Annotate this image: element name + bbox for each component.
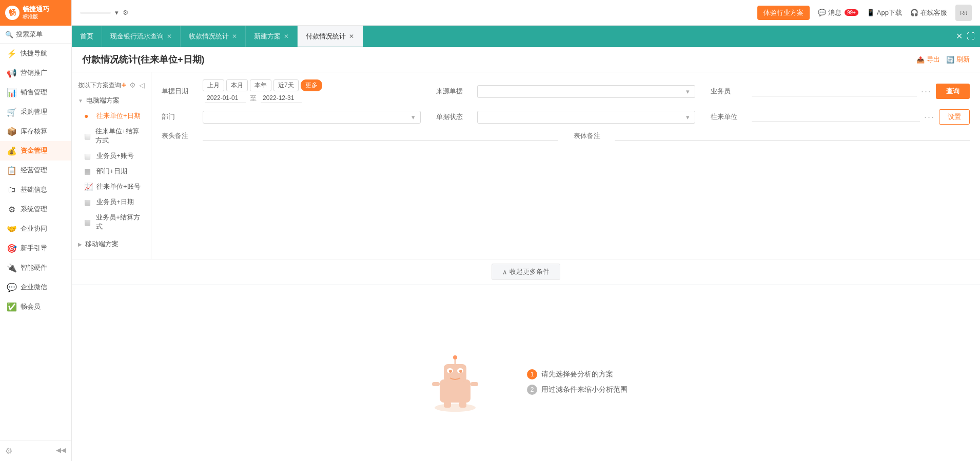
tab-home[interactable]: 首页: [72, 26, 102, 47]
query-btn[interactable]: 查询: [936, 84, 970, 99]
empty-hint-1: 1 请先选择要分析的方案: [527, 369, 613, 379]
salesperson-more-btn[interactable]: ···: [921, 86, 932, 97]
refresh-btn[interactable]: 🔄 刷新: [946, 55, 970, 64]
trial-btn[interactable]: 体验行业方案: [757, 6, 810, 20]
scheme-icon-3: ▦: [84, 167, 92, 175]
sidebar-item-purchase[interactable]: 🛒 采购管理: [0, 102, 71, 122]
sidebar-item-hardware[interactable]: 🔌 智能硬件: [0, 258, 71, 277]
tab-fullscreen-icon[interactable]: ⛶: [967, 32, 975, 41]
search-icon: 🔍: [5, 31, 13, 38]
svg-rect-10: [471, 382, 478, 386]
sidebar-item-funds[interactable]: 💰 资金管理: [0, 141, 71, 161]
settings-btn[interactable]: 设置: [939, 109, 970, 125]
member-icon: ✅: [7, 302, 16, 311]
sidebar-item-operations[interactable]: 📋 经营管理: [0, 161, 71, 180]
counterpart-label: 往来单位: [711, 112, 747, 122]
date-start-input[interactable]: [205, 93, 246, 103]
topbar-right: 体验行业方案 💬 消息 99+ 📱 App下载 🎧 在线客服 Rit: [757, 5, 972, 21]
panel-header: 按以下方案查询 + ⚙ ◁: [72, 77, 151, 93]
date-separator: 至: [250, 94, 257, 103]
source-doc-select[interactable]: ▾: [477, 85, 695, 98]
department-select[interactable]: ▾: [203, 111, 421, 124]
panel-item-salesperson-account[interactable]: ▦ 业务员+账号: [72, 148, 151, 164]
purchase-icon: 🛒: [7, 107, 16, 116]
svg-rect-12: [459, 402, 466, 408]
date-shortcuts-group: 上月 本月 本年 近7天 更多 至: [203, 79, 421, 103]
panel-settings-icon[interactable]: ⚙: [129, 81, 136, 89]
collapse-btn[interactable]: ∧ 收起更多条件: [492, 264, 560, 280]
panel-section-desktop-header[interactable]: ▼ 电脑端方案: [72, 93, 151, 108]
department-label: 部门: [162, 112, 198, 122]
topbar-left: ▾ ⚙: [80, 9, 129, 16]
tab-close-all-icon[interactable]: ✕: [956, 31, 963, 41]
panel-section-mobile-header[interactable]: ▶ 移动端方案: [72, 236, 151, 252]
user-avatar[interactable]: Rit: [955, 5, 972, 21]
hint-num-2: 2: [527, 385, 537, 395]
filter-wrapper: 按以下方案查询 + ⚙ ◁ ▼ 电脑端方案 ●: [72, 72, 980, 259]
tab-receipt-stat[interactable]: 收款情况统计 ✕: [181, 26, 246, 47]
svg-rect-11: [444, 402, 451, 408]
panel-item-counterpart-date[interactable]: ● 往来单位+日期: [72, 108, 151, 124]
filter-row-1: 单据日期 上月 本月 本年 近7天 更多 至: [162, 79, 970, 103]
date-end-input[interactable]: [261, 93, 302, 103]
page-title: 付款情况统计(往来单位+日期): [82, 53, 205, 66]
enterprise-icon: 🤝: [7, 224, 16, 233]
date-field-label: 单据日期: [162, 87, 198, 96]
shortcut-more[interactable]: 更多: [301, 79, 322, 91]
panel-item-counterpart-account[interactable]: 📈 往来单位+账号: [72, 179, 151, 194]
sidebar-item-guide[interactable]: 🎯 新手引导: [0, 238, 71, 258]
scheme-icon-2: ▦: [84, 152, 92, 160]
sidebar-header: 畅 畅捷通巧 标准版: [0, 0, 71, 26]
panel-item-dept-date[interactable]: ▦ 部门+日期: [72, 164, 151, 179]
panel-item-counterpart-settle[interactable]: ▦ 往来单位+结算方式: [72, 124, 151, 148]
tab-close-payment-stat[interactable]: ✕: [349, 33, 354, 40]
table-header-note-input[interactable]: [203, 131, 558, 141]
shortcut-7days[interactable]: 近7天: [273, 79, 299, 91]
tab-payment-stat[interactable]: 付款情况统计 ✕: [298, 26, 363, 47]
notification-action[interactable]: 💬 消息 99+: [818, 8, 858, 17]
sidebar-item-marketing[interactable]: 📢 营销推广: [0, 63, 71, 83]
topbar-settings-icon[interactable]: ⚙: [123, 9, 129, 16]
sidebar-item-basic[interactable]: 🗂 基础信息: [0, 180, 71, 199]
company-name: [80, 12, 111, 14]
filter-collapse-area: ∧ 收起更多条件: [72, 259, 980, 284]
salesperson-label: 业务员: [711, 87, 747, 96]
tab-close-bank-flow[interactable]: ✕: [167, 33, 172, 40]
shortcut-this-year[interactable]: 本年: [250, 79, 271, 91]
panel-collapse-icon[interactable]: ◁: [139, 81, 145, 89]
shortcut-last-month[interactable]: 上月: [203, 79, 224, 91]
sidebar-item-quick-nav[interactable]: ⚡ 快捷导航: [0, 44, 71, 63]
counterpart-input[interactable]: [752, 112, 920, 122]
scheme-icon-1: ▦: [84, 132, 91, 140]
app-download-action[interactable]: 📱 App下载: [867, 8, 902, 17]
dropdown-icon[interactable]: ▾: [115, 9, 119, 16]
tab-new-scheme[interactable]: 新建方案 ✕: [246, 26, 298, 47]
sidebar-collapse-icon[interactable]: ◀◀: [56, 446, 66, 456]
panel-item-salesperson-settle[interactable]: ▦ 业务员+结算方式: [72, 210, 151, 234]
tab-close-new-scheme[interactable]: ✕: [284, 33, 289, 40]
panel-item-salesperson-date[interactable]: ▦ 业务员+日期: [72, 194, 151, 210]
tab-bank-flow[interactable]: 现金银行流水查询 ✕: [102, 26, 181, 47]
sidebar-item-sales[interactable]: 📊 销售管理: [0, 83, 71, 102]
sidebar-item-enterprise[interactable]: 🤝 企业协同: [0, 219, 71, 238]
sidebar-item-system[interactable]: ⚙ 系统管理: [0, 199, 71, 219]
tab-close-receipt-stat[interactable]: ✕: [232, 33, 237, 40]
sidebar-item-inventory[interactable]: 📦 库存核算: [0, 122, 71, 141]
left-panel: 按以下方案查询 + ⚙ ◁ ▼ 电脑端方案 ●: [72, 72, 151, 259]
sidebar-search[interactable]: 🔍 搜索菜单: [0, 26, 71, 44]
sidebar-item-member[interactable]: ✅ 畅会员: [0, 297, 71, 316]
sidebar-settings-icon[interactable]: ⚙: [5, 446, 12, 456]
panel-add-icon[interactable]: +: [122, 81, 126, 90]
shortcut-this-month[interactable]: 本月: [226, 79, 248, 91]
empty-illustration: [424, 351, 486, 413]
salesperson-wrapper: ··· 查询: [752, 84, 970, 99]
online-service-action[interactable]: 🎧 在线客服: [910, 8, 947, 17]
counterpart-more-btn[interactable]: ···: [924, 112, 935, 123]
salesperson-input[interactable]: [752, 86, 917, 96]
sidebar-item-wechat[interactable]: 💬 企业微信: [0, 277, 71, 297]
empty-content: 1 请先选择要分析的方案 2 用过滤条件来缩小分析范围: [424, 351, 628, 413]
table-body-note-input[interactable]: [615, 131, 970, 141]
doc-status-select[interactable]: ▾: [477, 111, 695, 124]
export-btn[interactable]: 📤 导出: [916, 55, 940, 64]
table-header-note-label: 表头备注: [162, 131, 198, 141]
